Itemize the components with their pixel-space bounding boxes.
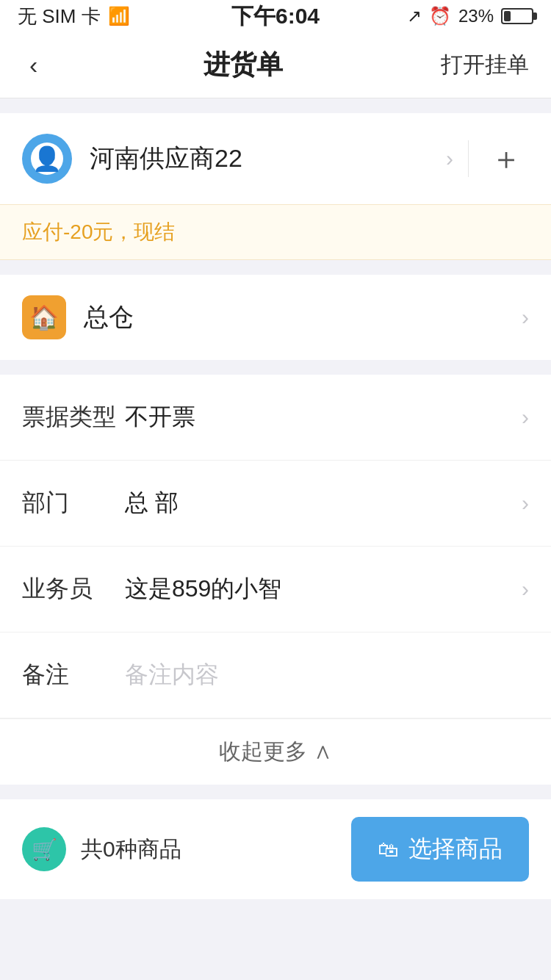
battery-percent: 23% xyxy=(458,6,494,26)
salesperson-label: 业务员 xyxy=(22,573,125,605)
supplier-avatar: 👤 xyxy=(22,134,72,184)
battery-icon xyxy=(501,8,533,24)
salesperson-row[interactable]: 业务员 这是859的小智 › xyxy=(0,547,551,633)
invoice-value: 不开票 xyxy=(125,401,522,433)
warehouse-icon: 🏠 xyxy=(22,295,66,339)
status-bar-time: 下午6:04 xyxy=(231,1,320,32)
invoice-row[interactable]: 票据类型 不开票 › xyxy=(0,375,551,461)
salesperson-chevron-icon: › xyxy=(522,577,529,602)
alarm-icon: ⏰ xyxy=(429,6,451,26)
remark-input[interactable]: 备注内容 xyxy=(125,659,529,691)
warehouse-row[interactable]: 🏠 总仓 › xyxy=(0,275,551,360)
section-gap-1 xyxy=(0,98,551,113)
notice-text: 应付-20元，现结 xyxy=(22,220,175,243)
warehouse-icon-symbol: 🏠 xyxy=(29,303,59,331)
department-chevron-icon: › xyxy=(522,491,529,516)
cart-icon: 🛍 xyxy=(378,837,398,862)
supplier-row[interactable]: 👤 河南供应商22 › ＋ xyxy=(0,113,551,204)
warehouse-chevron-icon: › xyxy=(522,305,529,330)
product-icon: 🛒 xyxy=(22,827,66,871)
remark-row[interactable]: 备注 备注内容 xyxy=(0,633,551,718)
invoice-label: 票据类型 xyxy=(22,401,125,433)
department-row[interactable]: 部门 总 部 › xyxy=(0,461,551,547)
select-product-button[interactable]: 🛍 选择商品 xyxy=(351,817,529,882)
warehouse-name: 总仓 xyxy=(84,300,522,334)
warehouse-section: 🏠 总仓 › xyxy=(0,275,551,360)
form-section: 票据类型 不开票 › 部门 总 部 › 业务员 这是859的小智 › 备注 备注… xyxy=(0,375,551,785)
bottom-bar: 🛒 共0种商品 🛍 选择商品 xyxy=(0,799,551,899)
avatar-inner: 👤 xyxy=(31,143,63,175)
location-icon: ↗ xyxy=(407,6,422,26)
add-supplier-button[interactable]: ＋ xyxy=(483,138,529,179)
collapse-button[interactable]: 收起更多 ∧ xyxy=(219,739,331,763)
product-count-area: 🛒 共0种商品 xyxy=(22,827,181,871)
status-bar-left: 无 SIM 卡 📶 xyxy=(18,4,130,29)
status-bar: 无 SIM 卡 📶 下午6:04 ↗ ⏰ 23% xyxy=(0,0,551,32)
notice-bar: 应付-20元，现结 xyxy=(0,204,551,260)
salesperson-value: 这是859的小智 xyxy=(125,573,522,605)
open-pending-button[interactable]: 打开挂单 xyxy=(441,50,529,80)
page-title: 进货单 xyxy=(204,47,283,83)
status-bar-right: ↗ ⏰ 23% xyxy=(407,6,533,26)
remark-label: 备注 xyxy=(22,659,125,691)
page-background xyxy=(0,899,551,980)
section-gap-2 xyxy=(0,260,551,275)
supplier-chevron-icon: › xyxy=(446,146,453,171)
divider xyxy=(468,140,469,177)
supplier-section: 👤 河南供应商22 › ＋ 应付-20元，现结 xyxy=(0,113,551,260)
back-button[interactable]: ‹ xyxy=(22,43,45,87)
department-value: 总 部 xyxy=(125,487,522,519)
nav-bar: ‹ 进货单 打开挂单 xyxy=(0,32,551,98)
carrier-label: 无 SIM 卡 xyxy=(18,4,101,29)
cart-small-icon: 🛒 xyxy=(32,837,57,862)
supplier-name: 河南供应商22 xyxy=(90,142,446,176)
person-icon: 👤 xyxy=(32,145,62,173)
wifi-icon: 📶 xyxy=(108,6,130,26)
invoice-chevron-icon: › xyxy=(522,405,529,430)
product-count-text: 共0种商品 xyxy=(81,835,181,865)
department-label: 部门 xyxy=(22,487,125,519)
select-product-label: 选择商品 xyxy=(408,833,503,865)
collapse-section: 收起更多 ∧ xyxy=(0,718,551,785)
